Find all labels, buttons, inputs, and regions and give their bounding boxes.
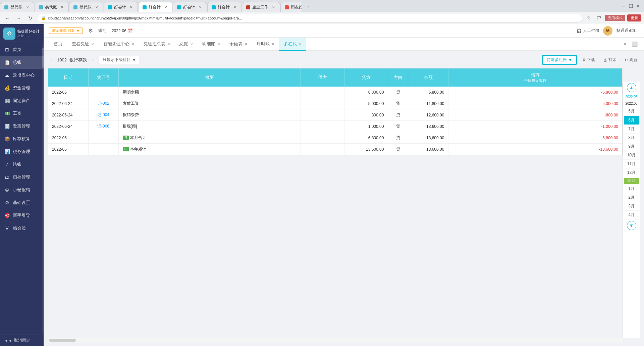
tab-close-button[interactable]: ✕ bbox=[25, 5, 30, 10]
refresh-button[interactable]: ↻ 刷新 bbox=[622, 56, 640, 64]
date-month-10月[interactable]: 10月 bbox=[623, 151, 640, 160]
sidebar-item-库存核算[interactable]: 📦库存核算 bbox=[0, 133, 44, 145]
page-tab-多栏账[interactable]: 多栏账✕ bbox=[279, 38, 306, 51]
special-multi-ledger-button[interactable]: 特殊多栏账 ▼ bbox=[542, 55, 577, 65]
page-tab-close-5[interactable]: ✕ bbox=[217, 42, 220, 46]
voucher-link-2[interactable]: 记-004 bbox=[97, 112, 109, 117]
voucher-link-3[interactable]: 记-006 bbox=[97, 124, 109, 129]
update-button[interactable]: 更新 bbox=[627, 14, 641, 21]
page-tab-close-1[interactable]: ✕ bbox=[91, 42, 94, 46]
sidebar-item-首页[interactable]: ⊞首页 bbox=[0, 43, 44, 56]
tab-close-button[interactable]: ✕ bbox=[94, 5, 99, 10]
calendar-icon[interactable]: 📅 bbox=[128, 29, 133, 33]
address-bar[interactable]: 🔒 cloud2.chanjet.com/accounting/uh26t264… bbox=[37, 14, 582, 22]
user-avatar[interactable]: 畅 bbox=[603, 26, 612, 36]
page-tab-明细账[interactable]: 明细账✕ bbox=[198, 38, 225, 51]
cell-5-1[interactable] bbox=[88, 144, 118, 155]
date-month-12月[interactable]: 12月 bbox=[623, 168, 640, 177]
settings-button[interactable]: ⚙ bbox=[88, 28, 93, 34]
sidebar-item-工资[interactable]: 💵工资 bbox=[0, 107, 44, 120]
collapse-panel-button[interactable]: ✕ bbox=[621, 40, 629, 48]
sidebar-item-新手引导[interactable]: 🎯新手引导 bbox=[0, 209, 44, 222]
tab-close-button[interactable]: ✕ bbox=[198, 5, 203, 10]
bookmark-button[interactable]: ☆ bbox=[584, 14, 593, 22]
download-button[interactable]: ⬇ 下载 bbox=[580, 56, 598, 64]
extension-button[interactable]: 🛡 bbox=[594, 14, 603, 22]
cell-2-1[interactable]: 记-004 bbox=[88, 109, 118, 121]
cell-1-1[interactable]: 记-002 bbox=[88, 98, 118, 109]
page-tab-close-8[interactable]: ✕ bbox=[299, 42, 302, 46]
page-tab-查看凭证[interactable]: 查看凭证✕ bbox=[67, 38, 99, 51]
date-month-7月[interactable]: 7月 bbox=[623, 125, 640, 134]
forward-button[interactable]: → bbox=[14, 13, 23, 23]
page-tab-序时账[interactable]: 序时账✕ bbox=[252, 38, 279, 51]
tab-close-button[interactable]: ✕ bbox=[271, 5, 276, 10]
date-month-2023[interactable]: 2023 bbox=[624, 178, 639, 184]
sidebar-item-固定资产[interactable]: 🏢固定资产 bbox=[0, 94, 44, 107]
voucher-link-1[interactable]: 记-002 bbox=[97, 101, 109, 106]
browser-tab-1[interactable]: 易代账✕ bbox=[0, 2, 34, 12]
date-month-3月[interactable]: 3月 bbox=[623, 202, 640, 211]
sidebar-item-资金管理[interactable]: 💰资金管理 bbox=[0, 82, 44, 94]
tab-close-button[interactable]: ✕ bbox=[232, 5, 237, 10]
page-tab-总账[interactable]: 总账✕ bbox=[175, 38, 198, 51]
page-tab-close-3[interactable]: ✕ bbox=[167, 42, 170, 46]
demo-tag[interactable]: 演示账套 获取 ▼ bbox=[49, 28, 83, 34]
page-tab-close-4[interactable]: ✕ bbox=[190, 42, 193, 46]
date-month-6月[interactable]: 6月 bbox=[624, 116, 639, 125]
cell-4-1[interactable] bbox=[88, 132, 118, 144]
tab-close-button[interactable]: ✕ bbox=[60, 5, 64, 10]
date-panel-up-button[interactable]: ▲ bbox=[627, 83, 636, 92]
page-tab-智能凭证中心[interactable]: 智能凭证中心✕ bbox=[99, 38, 139, 51]
date-month-9月[interactable]: 9月 bbox=[623, 142, 640, 151]
date-month-11月[interactable]: 11月 bbox=[623, 160, 640, 168]
restore-button[interactable]: ❐ bbox=[628, 3, 634, 9]
back-button[interactable]: ← bbox=[3, 13, 12, 23]
print-button[interactable]: 🖨 打印 bbox=[600, 56, 619, 64]
date-month-8月[interactable]: 8月 bbox=[623, 134, 640, 142]
date-month-1月[interactable]: 1月 bbox=[623, 185, 640, 193]
browser-tab-5[interactable]: 好会计✕ bbox=[138, 2, 172, 12]
expand-panel-button[interactable]: ⬜ bbox=[631, 40, 639, 48]
new-tab-button[interactable]: ＋ bbox=[304, 1, 314, 11]
date-panel-entry-1[interactable]: 2022.06 bbox=[623, 100, 640, 107]
next-account-button[interactable]: › bbox=[90, 57, 96, 63]
profile-button[interactable]: 无痕模式 bbox=[605, 15, 625, 21]
cell-3-1[interactable]: 记-006 bbox=[88, 121, 118, 132]
horizontal-scrollbar[interactable] bbox=[48, 338, 623, 342]
sidebar-item-基础设置[interactable]: ⚙基础设置 bbox=[0, 196, 44, 209]
page-tab-close-2[interactable]: ✕ bbox=[131, 42, 134, 46]
sidebar-item-小畅报销[interactable]: ©小畅报销 bbox=[0, 184, 44, 196]
pin-button[interactable]: ◄◄ 取消固定 bbox=[0, 335, 44, 346]
browser-tab-4[interactable]: 好会计✕ bbox=[104, 2, 138, 12]
page-tab-首页[interactable]: 首页 bbox=[49, 38, 67, 51]
help-button[interactable]: 🎧 人工咨询 bbox=[577, 28, 599, 34]
page-tab-余额表[interactable]: 余额表✕ bbox=[225, 38, 252, 51]
date-panel-entry-0[interactable]: 2022.06 bbox=[623, 94, 640, 100]
browser-tab-2[interactable]: 易代账✕ bbox=[35, 2, 69, 12]
sidebar-item-总账[interactable]: 📋总账 bbox=[0, 56, 44, 69]
date-month-2月[interactable]: 2月 bbox=[623, 193, 640, 202]
browser-tab-8[interactable]: 企业工作✕ bbox=[242, 2, 280, 12]
filter-button[interactable]: 只显示下级科目 ▼ bbox=[99, 56, 140, 64]
page-tab-凭证汇总表[interactable]: 凭证汇总表✕ bbox=[139, 38, 175, 51]
sidebar-item-发票管理[interactable]: 🧾发票管理 bbox=[0, 120, 44, 133]
cell-0-1[interactable] bbox=[88, 87, 118, 98]
prev-account-button[interactable]: ‹ bbox=[48, 57, 54, 63]
sidebar-item-云报表中心[interactable]: ☁云报表中心 bbox=[0, 69, 44, 82]
sidebar-item-归档管理[interactable]: 🗂归档管理 bbox=[0, 171, 44, 184]
page-tab-close-7[interactable]: ✕ bbox=[272, 42, 274, 46]
date-month-5月[interactable]: 5月 bbox=[623, 107, 640, 116]
page-tab-close-6[interactable]: ✕ bbox=[245, 42, 247, 46]
sidebar-item-畅会员[interactable]: V畅会员 bbox=[0, 222, 44, 235]
close-window-button[interactable]: ✕ bbox=[635, 3, 641, 9]
date-month-4月[interactable]: 4月 bbox=[623, 211, 640, 219]
sidebar-item-结账[interactable]: ✓结账 bbox=[0, 158, 44, 171]
reload-button[interactable]: ↻ bbox=[25, 13, 35, 23]
tab-close-button[interactable]: ✕ bbox=[129, 5, 133, 10]
browser-tab-3[interactable]: 易代账✕ bbox=[69, 2, 103, 12]
browser-tab-9[interactable]: 用友好业✕ bbox=[280, 2, 302, 12]
sidebar-item-税务管理[interactable]: 📊税务管理 bbox=[0, 145, 44, 158]
tab-close-button[interactable]: ✕ bbox=[163, 5, 168, 10]
minimize-button[interactable]: ─ bbox=[621, 3, 627, 9]
